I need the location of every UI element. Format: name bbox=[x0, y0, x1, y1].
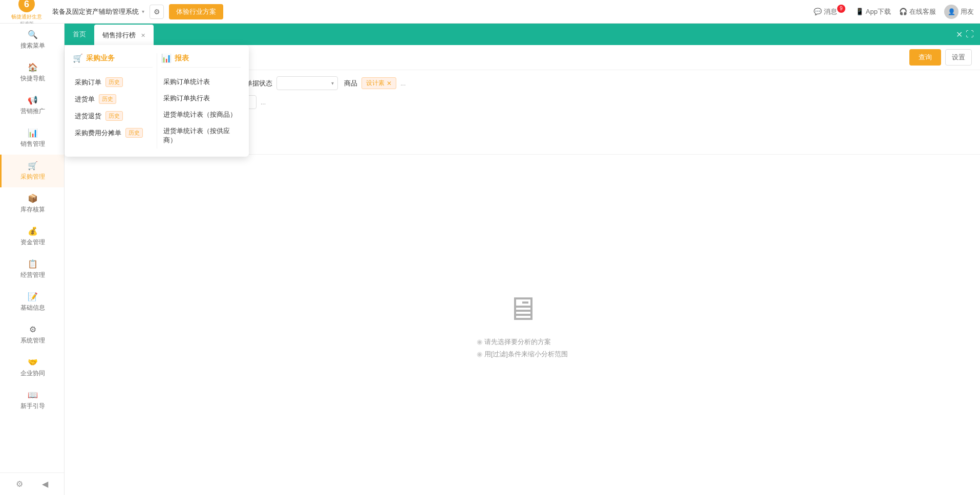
handshake-icon: 🤝 bbox=[28, 357, 38, 367]
sidebar-item-basic-info[interactable]: 📝 基础信息 bbox=[0, 286, 64, 318]
tab-close-all-btn[interactable]: ✕ bbox=[956, 30, 963, 39]
user-item[interactable]: 👤 用友 bbox=[944, 5, 974, 19]
return-hist[interactable]: 历史 bbox=[105, 111, 123, 121]
sidebar-collapse-btn[interactable]: ◀ bbox=[42, 479, 48, 489]
tab-bar: 首页 销售排行榜 ✕ ✕ ⛶ bbox=[65, 24, 980, 45]
goods-tag-close[interactable]: ✕ bbox=[387, 80, 392, 87]
sidebar-item-finance[interactable]: 💰 资金管理 bbox=[0, 220, 64, 253]
menu-item-inbound-stats-goods[interactable]: 进货单统计表（按商品） bbox=[161, 106, 241, 123]
empty-tip-2: 用[过滤]条件来缩小分析范围 bbox=[477, 348, 568, 360]
sidebar-item-enterprise[interactable]: 🤝 企业协同 bbox=[0, 351, 64, 384]
sidebar-label-marketing: 营销推广 bbox=[20, 107, 45, 116]
goods-tag-value: 设计素 bbox=[366, 79, 385, 88]
tab-home[interactable]: 首页 bbox=[65, 24, 94, 45]
empty-tip-1: 请先选择要分析的方案 bbox=[477, 336, 568, 348]
return-label: 进货退货 bbox=[75, 112, 101, 121]
sidebar-label-operations: 经营管理 bbox=[20, 271, 45, 279]
gear-button[interactable]: ⚙ bbox=[150, 5, 164, 19]
money-icon: 💰 bbox=[28, 226, 38, 236]
message-icon: 💬 bbox=[814, 8, 822, 15]
online-service-label: 在线客服 bbox=[909, 7, 936, 16]
sidebar-label-newbie: 新手引导 bbox=[20, 402, 45, 411]
tab-sales-rank[interactable]: 销售排行榜 ✕ bbox=[94, 25, 154, 46]
sidebar-bottom: ⚙ ◀ bbox=[0, 472, 64, 495]
doc-status-label: 单据状态 bbox=[246, 79, 272, 88]
sidebar-label-finance: 资金管理 bbox=[20, 238, 45, 247]
headset-icon: 🎧 bbox=[899, 8, 907, 15]
toolbar-right: 查询 设置 bbox=[909, 49, 972, 66]
sidebar-item-newbie[interactable]: 📖 新手引导 bbox=[0, 384, 64, 417]
phone-icon: 📱 bbox=[856, 8, 864, 15]
online-service-item[interactable]: 🎧 在线客服 bbox=[899, 7, 936, 16]
goods-more-btn[interactable]: ... bbox=[400, 80, 406, 87]
app-download-label: App下载 bbox=[866, 7, 891, 16]
sidebar: 🔍 搜索菜单 🏠 快捷导航 📢 营销推广 📊 销售管理 🛒 采购管 bbox=[0, 24, 65, 495]
messages-badge: 9 bbox=[837, 5, 845, 13]
sidebar-settings-btn[interactable]: ⚙ bbox=[16, 479, 23, 489]
app-download-item[interactable]: 📱 App下载 bbox=[856, 7, 891, 16]
sidebar-label-enterprise: 企业协同 bbox=[20, 369, 45, 378]
sidebar-item-purchase[interactable]: 🛒 采购管理 bbox=[0, 155, 64, 187]
empty-tips: 请先选择要分析的方案 用[过滤]条件来缩小分析范围 bbox=[477, 336, 568, 360]
purchase-col-title-label: 采购业务 bbox=[86, 54, 115, 63]
sidebar-label-search: 搜索菜单 bbox=[20, 41, 45, 50]
purchase-dropdown-menu: 🛒 采购业务 采购订单 历史 进货单 历史 进货退货 历史 采购费用分摊单 历史 bbox=[65, 45, 249, 157]
sidebar-label-basic-info: 基础信息 bbox=[20, 304, 45, 312]
cart-icon: 🛒 bbox=[28, 161, 38, 170]
goods-label: 商品 bbox=[344, 79, 357, 88]
inbound-stats-supplier-label: 进货单统计表（按供应商） bbox=[163, 126, 239, 145]
report-col-title: 📊 报表 bbox=[161, 53, 241, 68]
sidebar-item-sales[interactable]: 📊 销售管理 bbox=[0, 122, 64, 155]
query-button[interactable]: 查询 bbox=[909, 49, 941, 66]
messages-label: 消息 bbox=[824, 7, 837, 16]
sidebar-item-marketing[interactable]: 📢 营销推广 bbox=[0, 89, 64, 122]
menu-item-inbound[interactable]: 进货单 历史 bbox=[73, 91, 153, 107]
system-title: 装备及固定资产辅助管理系统 ▾ bbox=[52, 7, 144, 16]
order-stats-label: 采购订单统计表 bbox=[163, 77, 210, 87]
purchase-order-hist[interactable]: 历史 bbox=[105, 77, 123, 87]
user-label: 用友 bbox=[961, 7, 974, 16]
system-title-text: 装备及固定资产辅助管理系统 bbox=[52, 7, 139, 16]
industry-button[interactable]: 体验行业方案 bbox=[169, 4, 223, 19]
tab-close-btn[interactable]: ✕ bbox=[141, 32, 145, 39]
sidebar-menu: 🔍 搜索菜单 🏠 快捷导航 📢 营销推广 📊 销售管理 🛒 采购管 bbox=[0, 24, 64, 472]
menu-item-expense[interactable]: 采购费用分摊单 历史 bbox=[73, 124, 153, 141]
sidebar-label-inventory: 库存核算 bbox=[20, 205, 45, 214]
menu-item-inbound-stats-supplier[interactable]: 进货单统计表（按供应商） bbox=[161, 123, 241, 148]
menu-item-return[interactable]: 进货退货 历史 bbox=[73, 107, 153, 124]
doc-status-select-wrapper bbox=[276, 76, 338, 90]
search-icon: 🔍 bbox=[28, 30, 38, 39]
menu-item-purchase-order[interactable]: 采购订单 历史 bbox=[73, 74, 153, 91]
sidebar-label-purchase: 采购管理 bbox=[20, 173, 45, 181]
sidebar-label-system: 系统管理 bbox=[20, 336, 45, 345]
inbound-hist[interactable]: 历史 bbox=[99, 94, 116, 104]
box-icon: 📦 bbox=[28, 193, 38, 203]
top-bar: 6 畅捷通好生意 标准版 装备及固定资产辅助管理系统 ▾ ⚙ 体验行业方案 💬 … bbox=[0, 0, 980, 24]
purchase-col: 🛒 采购业务 采购订单 历史 进货单 历史 进货退货 历史 采购费用分摊单 历史 bbox=[73, 53, 153, 148]
sidebar-item-system[interactable]: ⚙ 系统管理 bbox=[0, 318, 64, 351]
doc-status-group: 单据状态 bbox=[246, 76, 338, 90]
inbound-label: 进货单 bbox=[75, 95, 95, 104]
menu-divider bbox=[157, 53, 157, 148]
app-container: 6 畅捷通好生意 标准版 装备及固定资产辅助管理系统 ▾ ⚙ 体验行业方案 💬 … bbox=[0, 0, 980, 495]
setting-button[interactable]: 设置 bbox=[945, 49, 972, 66]
report-col-icon: 📊 bbox=[161, 53, 172, 63]
purchase-col-title: 🛒 采购业务 bbox=[73, 53, 153, 68]
menu-item-order-exec[interactable]: 采购订单执行表 bbox=[161, 90, 241, 106]
messages-item[interactable]: 💬 消息 9 bbox=[814, 7, 847, 16]
salesperson-more-btn[interactable]: ... bbox=[261, 99, 266, 106]
report-col-title-label: 报表 bbox=[175, 54, 189, 63]
doc-status-select[interactable] bbox=[276, 76, 338, 90]
goods-filter-group: 商品 设计素 ✕ ... bbox=[344, 77, 406, 89]
sidebar-item-operations[interactable]: 📋 经营管理 bbox=[0, 253, 64, 286]
clipboard-icon: 📋 bbox=[28, 259, 38, 269]
sidebar-item-inventory[interactable]: 📦 库存核算 bbox=[0, 187, 64, 220]
expense-label: 采购费用分摊单 bbox=[75, 128, 121, 138]
sidebar-item-quick-nav[interactable]: 🏠 快捷导航 bbox=[0, 56, 64, 89]
menu-item-order-stats[interactable]: 采购订单统计表 bbox=[161, 74, 241, 90]
system-dropdown-arrow[interactable]: ▾ bbox=[142, 9, 144, 14]
expense-hist[interactable]: 历史 bbox=[125, 128, 143, 138]
empty-icon: 🖥 bbox=[506, 290, 539, 328]
tab-expand-btn[interactable]: ⛶ bbox=[966, 30, 974, 39]
sidebar-item-search[interactable]: 🔍 搜索菜单 bbox=[0, 24, 64, 56]
